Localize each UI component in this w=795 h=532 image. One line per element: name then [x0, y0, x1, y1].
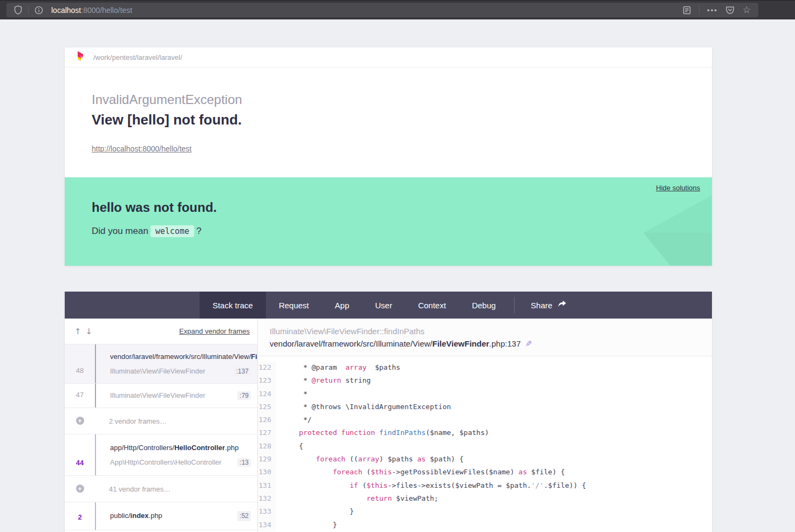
- tab-stack-trace[interactable]: Stack trace: [200, 292, 266, 319]
- code-text: */: [276, 413, 312, 426]
- code-text: protected function findInPaths($name, $p…: [276, 426, 489, 439]
- line-number: 130: [258, 466, 276, 479]
- stack-frame-48[interactable]: 48vendor/laravel/framework/src/Illuminat…: [65, 344, 257, 384]
- code-text: *: [276, 388, 307, 400]
- frame-number: 47: [76, 391, 84, 399]
- url-bar[interactable]: localhost:8000/hello/test ••• ☆: [6, 3, 758, 17]
- code-text: foreach ((array) $paths as $path) {: [276, 453, 464, 466]
- solution-banner: Hide solutions hello was not found. Did …: [65, 177, 712, 266]
- code-text: return $viewPath;: [276, 492, 438, 505]
- line-number: 131: [258, 479, 276, 492]
- expand-vendor-frames-row[interactable]: +41 vendor frames…: [65, 476, 257, 502]
- reader-mode-icon[interactable]: [682, 5, 691, 15]
- line-number: 129: [258, 453, 276, 466]
- stack-frames-panel: ↑ ↓ Expand vendor frames 48vendor/larave…: [65, 319, 258, 532]
- code-line: 122 * @param array $paths: [258, 361, 712, 374]
- hide-solutions-link[interactable]: Hide solutions: [656, 184, 700, 192]
- code-line: 134 }: [258, 519, 712, 531]
- expand-vendor-frames-link[interactable]: Expand vendor frames: [179, 327, 250, 335]
- stack-frames: 48vendor/laravel/framework/src/Illuminat…: [65, 344, 257, 530]
- viewer-navbar: Stack traceRequestAppUserContextDebug Sh…: [65, 292, 712, 319]
- tab-debug[interactable]: Debug: [459, 292, 509, 319]
- plus-circle-icon[interactable]: +: [76, 417, 84, 425]
- line-number: 127: [258, 426, 276, 439]
- code-text: if ($this->files->exists($viewPath = $pa…: [276, 479, 586, 492]
- flare-logo: [77, 51, 85, 64]
- tab-request[interactable]: Request: [266, 292, 322, 319]
- frame-class-path: Illuminate\View\FileViewFinder: [110, 367, 230, 375]
- stack-frame-2[interactable]: 2public/index.php:52: [65, 502, 257, 530]
- code-text: * @return string: [276, 374, 371, 387]
- tab-app[interactable]: App: [322, 292, 362, 319]
- frame-class-path: App\Http\Controllers\HelloController: [110, 458, 233, 466]
- hexagon-decoration: [643, 233, 712, 266]
- frame-line-number: :137: [234, 367, 251, 376]
- error-detail-viewer: Stack traceRequestAppUserContextDebug Sh…: [65, 292, 712, 532]
- code-line: 129 foreach ((array) $paths as $path) {: [258, 453, 712, 466]
- frame-class-path: Illuminate\View\FileViewFinder: [110, 391, 233, 399]
- solution-title: hello was not found.: [92, 200, 685, 215]
- code-line: 127 protected function findInPaths($name…: [258, 426, 712, 439]
- url-bar-separator: [699, 5, 700, 15]
- next-frame-arrow-icon[interactable]: ↓: [84, 327, 95, 336]
- card-header: /work/pentest/laravel/laravel/: [65, 47, 712, 67]
- line-number: 132: [258, 492, 276, 505]
- solution-body: Did you meanwelcome?: [92, 226, 685, 237]
- tab-user[interactable]: User: [362, 292, 406, 319]
- frame-file-path: app/Http/Controllers/HelloController.php: [110, 443, 251, 453]
- url-text[interactable]: localhost:8000/hello/test: [51, 6, 132, 15]
- frame-file-path: vendor/laravel/framework/src/Illuminate/…: [110, 352, 251, 362]
- previous-frame-arrow-icon[interactable]: ↑: [72, 327, 84, 336]
- code-header: Illuminate\View\FileViewFinder::findInPa…: [258, 319, 712, 356]
- vendor-frames-count: 2 vendor frames…: [109, 417, 167, 425]
- code-text: foreach ($this->getPossibleViewFiles($na…: [276, 466, 565, 479]
- frame-number: 44: [76, 459, 84, 467]
- line-number: 126: [258, 413, 276, 426]
- navbar-separator: [514, 297, 515, 313]
- navbar-tabs: Stack traceRequestAppUserContextDebug: [200, 292, 509, 319]
- stack-frame-44[interactable]: 44app/Http/Controllers/HelloController.p…: [65, 434, 257, 476]
- code-text: * @param array $paths: [276, 361, 400, 374]
- info-icon[interactable]: [34, 5, 44, 15]
- frame-number: 2: [78, 513, 81, 521]
- code-text: * @throws \InvalidArgumentException: [276, 400, 451, 413]
- error-card: /work/pentest/laravel/laravel/ InvalidAr…: [65, 47, 712, 266]
- code-line: 125 * @throws \InvalidArgumentException: [258, 400, 712, 413]
- line-number: 134: [258, 519, 276, 531]
- frame-line-number: :79: [237, 391, 251, 400]
- line-number: 133: [258, 505, 276, 518]
- code-panel: Illuminate\View\FileViewFinder::findInPa…: [258, 319, 712, 532]
- frame-line-number: :13: [237, 458, 251, 467]
- edit-pencil-icon[interactable]: ✎: [525, 339, 532, 349]
- line-number: 123: [258, 374, 276, 387]
- bookmark-star-icon[interactable]: ☆: [743, 5, 751, 15]
- url-bar-separator: [28, 5, 29, 15]
- tab-context[interactable]: Context: [405, 292, 459, 319]
- code-text: }: [276, 519, 337, 531]
- plus-circle-icon[interactable]: +: [76, 485, 84, 493]
- share-arrow-icon: [557, 300, 566, 310]
- tracking-shield-icon[interactable]: [13, 5, 23, 15]
- pocket-icon[interactable]: [725, 5, 735, 15]
- code-viewer[interactable]: 122 * @param array $paths123 * @return s…: [258, 356, 712, 532]
- line-number: 125: [258, 400, 276, 413]
- exception-section: InvalidArgumentException View [hello] no…: [65, 67, 712, 177]
- share-button[interactable]: Share: [520, 292, 577, 319]
- frame-number: 48: [76, 367, 84, 375]
- project-path: /work/pentest/laravel/laravel/: [93, 53, 182, 61]
- code-line: 131 if ($this->files->exists($viewPath =…: [258, 479, 712, 492]
- code-line: 124 *: [258, 388, 712, 400]
- expand-vendor-frames-row[interactable]: +2 vendor frames…: [65, 408, 257, 434]
- code-line: 130 foreach ($this->getPossibleViewFiles…: [258, 466, 712, 479]
- exception-url-link[interactable]: http://localhost:8000/hello/test: [92, 144, 191, 153]
- suggested-view-chip: welcome: [150, 225, 194, 237]
- page-actions-icon[interactable]: •••: [707, 6, 718, 14]
- frame-file-path: vendor/laravel/framework/src/Illuminate/…: [270, 339, 700, 349]
- frame-file-path: public/index.php:52: [110, 511, 251, 521]
- exception-message: View [hello] not found.: [92, 112, 685, 128]
- code-lines: 122 * @param array $paths123 * @return s…: [258, 356, 712, 532]
- stack-frames-header: ↑ ↓ Expand vendor frames: [65, 319, 257, 344]
- line-number: 122: [258, 361, 276, 374]
- frame-method: Illuminate\View\FileViewFinder::findInPa…: [270, 327, 700, 336]
- stack-frame-47[interactable]: 47Illuminate\View\FileViewFinder:79: [65, 384, 257, 408]
